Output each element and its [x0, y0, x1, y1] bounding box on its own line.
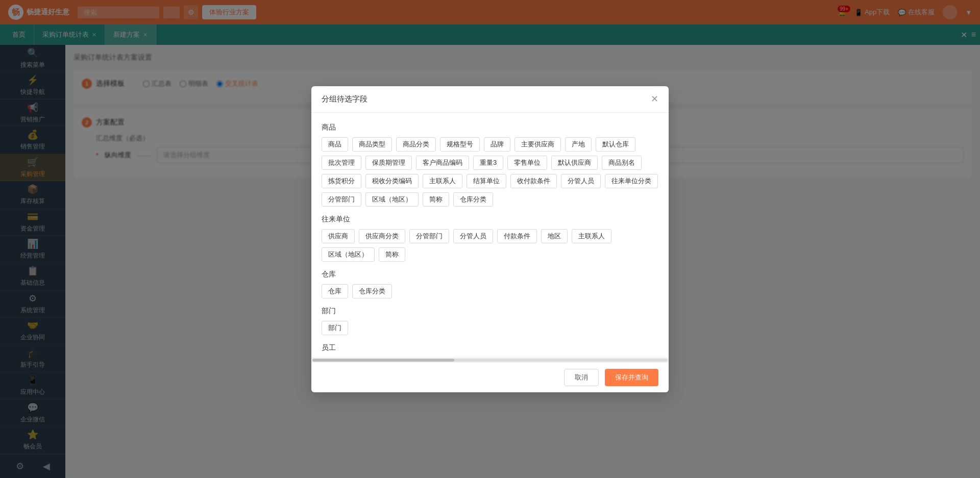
field-supplier-cat[interactable]: 供应商分类	[359, 229, 405, 243]
field-brand[interactable]: 品牌	[484, 137, 510, 152]
modal-body: 商品 商品 商品类型 商品分类 规格型号 品牌 主要供应商 产地 默认仓库 批次…	[311, 113, 669, 358]
modal-title: 分组待选字段	[322, 94, 368, 104]
field-settlement-unit[interactable]: 结算单位	[467, 174, 506, 188]
field-main-contact[interactable]: 主联系人	[423, 174, 462, 188]
field-expiry-mgmt[interactable]: 保质期管理	[365, 156, 412, 170]
field-product-type[interactable]: 商品类型	[352, 137, 392, 152]
field-main-supplier[interactable]: 主要供应商	[514, 137, 561, 152]
field-abbr-partner[interactable]: 简称	[379, 247, 405, 262]
modal-footer: 取消 保存并查询	[311, 362, 669, 392]
confirm-button[interactable]: 保存并查询	[605, 369, 658, 386]
field-dept-managed[interactable]: 分管部门	[322, 192, 361, 207]
field-payment-terms[interactable]: 收付款条件	[510, 174, 557, 188]
field-warehouse-category[interactable]: 仓库分类	[352, 284, 392, 298]
field-department[interactable]: 部门	[322, 321, 348, 335]
field-region-product[interactable]: 区域（地区）	[365, 192, 419, 207]
section-title-partner: 往来单位	[322, 215, 658, 224]
field-pay-terms[interactable]: 付款条件	[497, 229, 537, 243]
field-abbr-product[interactable]: 简称	[423, 192, 449, 207]
hscroll-thumb	[312, 359, 454, 362]
field-personnel[interactable]: 分管人员	[453, 229, 493, 243]
field-supervisor[interactable]: 分管人员	[561, 174, 601, 188]
field-tax-code[interactable]: 税收分类编码	[365, 174, 419, 188]
field-customer-product-code[interactable]: 客户商品编码	[416, 156, 469, 170]
hscroll-track	[312, 359, 668, 362]
section-fields-dept: 部门	[322, 321, 658, 335]
field-pick-points[interactable]: 拣货积分	[322, 174, 361, 188]
section-fields-partner: 供应商 供应商分类 分管部门 分管人员 付款条件 地区 主联系人 区域（地区） …	[322, 229, 658, 262]
field-product-alias[interactable]: 商品别名	[602, 156, 642, 170]
section-title-warehouse: 仓库	[322, 270, 658, 279]
field-product[interactable]: 商品	[322, 137, 348, 152]
field-selection-modal: 分组待选字段 ✕ 商品 商品 商品类型 商品分类 规格型号 品牌 主要供应商 产…	[311, 86, 669, 392]
modal-horizontal-scrollbar[interactable]	[311, 358, 669, 362]
field-region-partner[interactable]: 区域（地区）	[322, 247, 375, 262]
field-product-category[interactable]: 商品分类	[396, 137, 436, 152]
section-title-dept: 部门	[322, 307, 658, 316]
modal-overlay: 分组待选字段 ✕ 商品 商品 商品类型 商品分类 规格型号 品牌 主要供应商 产…	[0, 0, 980, 478]
field-default-supplier[interactable]: 默认供应商	[551, 156, 598, 170]
field-batch-mgmt[interactable]: 批次管理	[322, 156, 361, 170]
field-warehouse[interactable]: 仓库	[322, 284, 348, 298]
field-supplier[interactable]: 供应商	[322, 229, 355, 243]
modal-header: 分组待选字段 ✕	[311, 86, 669, 113]
field-region[interactable]: 地区	[541, 229, 568, 243]
field-origin[interactable]: 产地	[565, 137, 592, 152]
modal-close-button[interactable]: ✕	[651, 94, 658, 104]
section-title-product: 商品	[322, 123, 658, 132]
field-dept[interactable]: 分管部门	[409, 229, 449, 243]
field-partner-category[interactable]: 往来单位分类	[605, 174, 658, 188]
cancel-button[interactable]: 取消	[564, 369, 599, 386]
field-main-contact-partner[interactable]: 主联系人	[572, 229, 611, 243]
section-fields-product: 商品 商品类型 商品分类 规格型号 品牌 主要供应商 产地 默认仓库 批次管理 …	[322, 137, 658, 207]
section-fields-warehouse: 仓库 仓库分类	[322, 284, 658, 298]
section-title-staff: 员工	[322, 343, 658, 353]
field-retail-unit[interactable]: 零售单位	[507, 156, 547, 170]
field-weight[interactable]: 重量3	[473, 156, 503, 170]
field-spec-model[interactable]: 规格型号	[440, 137, 480, 152]
field-warehouse-cat[interactable]: 仓库分类	[453, 192, 493, 207]
field-default-warehouse[interactable]: 默认仓库	[596, 137, 635, 152]
